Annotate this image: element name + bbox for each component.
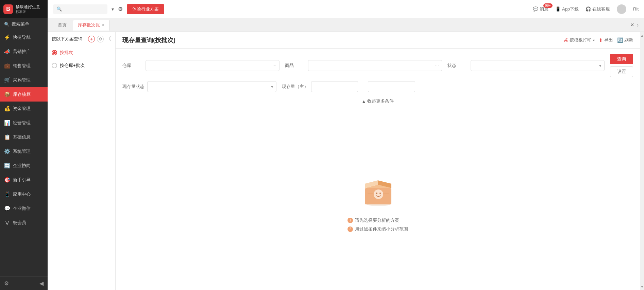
tab-close-icon[interactable]: × [102,23,104,28]
service-label: 在线客服 [592,6,610,12]
topbar-right: 💬 消息 99+ 📱 App下载 🎧 在线客服 Rit [533,4,639,14]
scroll-up-button[interactable]: ▲ [640,32,644,39]
service-icon: 🎧 [586,6,591,12]
settings-button[interactable]: 设置 [610,66,633,77]
sidebar-item-label: 企业微信 [13,205,31,212]
close-panel-icon[interactable]: × [630,21,634,29]
inventory-status-field: 现存量状态 ▾ [122,81,276,92]
app-icon: 📱 [555,6,561,12]
action-buttons: 查询 设置 [610,54,633,77]
export-icon: ⬆ [599,37,603,43]
messages-button[interactable]: 💬 消息 99+ [533,6,548,12]
version-label: 标准版 [16,10,40,14]
sidebar: B 畅康通好生意 标准版 🔍 搜索菜单 ⚡ 快捷导航 📣 营销推广 💼 销售管理… [0,0,48,290]
sidebar-header: B 畅康通好生意 标准版 [0,0,48,18]
scheme-item-by-batch[interactable]: 按批次 [48,46,115,59]
product-input[interactable]: ··· [308,60,442,71]
quick-nav-icon: ⚡ [4,34,10,40]
print-icon: 🖨 [563,37,568,43]
sidebar-item-operations[interactable]: 📊 经营管理 [0,116,48,130]
sidebar-search[interactable]: 🔍 搜索菜单 [0,18,48,30]
tab-home[interactable]: 首页 [53,20,71,31]
topbar-gear-icon[interactable]: ⚙ [118,6,123,12]
product-more-icon[interactable]: ··· [435,63,439,68]
inventory-qty-to[interactable] [368,81,415,92]
filter-row-2: 现存量状态 ▾ 现存量（主） — [122,81,633,92]
sidebar-item-label: 采购管理 [13,77,31,83]
export-button[interactable]: ⬆ 导出 [599,37,613,43]
right-scrollbar: ▲ ▼ [640,32,644,290]
sidebar-item-inventory[interactable]: 📦 库存核算 [0,87,48,102]
tip-number-2: 2 [348,226,353,232]
sidebar-item-purchase[interactable]: 🛒 采购管理 [0,73,48,87]
empty-tips: 1 请先选择要分析的方案 2 用过滤条件来缩小分析范围 [348,216,408,234]
qty-dash: — [358,84,368,89]
username-label[interactable]: Rit [633,6,639,12]
more-icon[interactable]: › [637,22,639,28]
scheme-collapse-icon[interactable]: 《 [106,35,111,42]
status-select[interactable]: ▾ [471,60,605,71]
inventory-qty-label: 现存量（主） [282,84,308,90]
empty-tip-1: 1 请先选择要分析的方案 [348,216,408,225]
collapse-sidebar-icon[interactable]: ◀ [39,280,44,287]
page-title: 现存量查询(按批次) [122,36,175,44]
empty-tip-2: 2 用过滤条件来缩小分析范围 [348,225,408,234]
status-dropdown-icon: ▾ [599,63,601,68]
filter-row-1: 仓库 ··· 商品 ··· [122,54,633,77]
search-label: 搜索菜单 [12,21,29,27]
tab-inventory-batch[interactable]: 库存批次账 × [73,20,109,31]
query-button[interactable]: 查询 [610,54,633,64]
print-dropdown-icon: ▾ [593,38,595,42]
sidebar-item-system[interactable]: ⚙️ 系统管理 [0,144,48,159]
sidebar-item-quick-nav[interactable]: ⚡ 快捷导航 [0,30,48,44]
sidebar-item-label: 营销推广 [13,49,31,55]
warehouse-input[interactable]: ··· [146,60,279,71]
topbar-dropdown[interactable]: ▾ [112,6,114,12]
empty-illustration [357,168,398,209]
svg-point-2 [374,189,383,199]
sidebar-item-app-center[interactable]: 📱 应用中心 [0,187,48,201]
settings-icon[interactable]: ⚙ [4,280,9,287]
sidebar-item-label: 畅会员 [13,220,26,226]
sidebar-item-label: 经营管理 [13,120,31,126]
scheme-item-by-warehouse-batch[interactable]: 按仓库+批次 [48,59,115,72]
sidebar-item-sales[interactable]: 💼 销售管理 [0,59,48,73]
app-download-button[interactable]: 📱 App下载 [555,6,579,12]
sidebar-item-new-guide[interactable]: 🎯 新手引导 [0,173,48,187]
sidebar-item-member[interactable]: V 畅会员 [0,216,48,230]
status-label: 状态 [447,62,468,69]
warehouse-more-icon[interactable]: ··· [272,63,276,68]
add-scheme-button[interactable]: + [88,36,95,42]
print-button[interactable]: 🖨 按模板打印 ▾ [563,37,595,43]
topbar-search-icon: 🔍 [56,6,62,12]
sidebar-item-wechat[interactable]: 💬 企业微信 [0,201,48,216]
collapse-more-button[interactable]: ▲ 收起更多条件 [122,96,633,106]
export-label: 导出 [604,37,613,43]
sidebar-item-label: 资金管理 [13,106,31,112]
sidebar-item-finance[interactable]: 💰 资金管理 [0,102,48,116]
company-name: 畅康通好生意 [16,4,40,10]
sidebar-item-base-info[interactable]: 📋 基础信息 [0,130,48,144]
tab-inventory-batch-label: 库存批次账 [78,22,100,28]
purchase-icon: 🛒 [4,77,10,83]
tip-text-2: 用过滤条件来缩小分析范围 [355,225,408,234]
scroll-down-button[interactable]: ▼ [640,283,644,290]
svg-point-3 [376,193,377,194]
refresh-label: 刷新 [624,37,633,43]
scheme-settings-button[interactable]: ⚙ [97,36,104,42]
user-avatar[interactable] [617,4,626,14]
refresh-button[interactable]: 🔄 刷新 [617,37,633,43]
inventory-qty-from[interactable] [311,81,358,92]
customer-service-button[interactable]: 🎧 在线客服 [586,6,610,12]
collapse-up-icon: ▲ [362,99,366,104]
topbar: 🔍 ▾ ⚙ 体验行业方案 💬 消息 99+ 📱 App下载 🎧 在线客服 Rit [48,0,644,18]
inventory-status-select[interactable]: ▾ [147,81,276,92]
member-icon: V [4,220,10,226]
inventory-qty-field: 现存量（主） — [282,81,436,92]
topbar-search[interactable]: 🔍 [53,4,107,14]
scheme-panel-header: 按以下方案查询 + ⚙ 《 [48,32,115,46]
sidebar-item-enterprise[interactable]: 🔄 企业协同 [0,159,48,173]
sidebar-item-marketing[interactable]: 📣 营销推广 [0,44,48,59]
trial-button[interactable]: 体验行业方案 [127,4,164,14]
message-icon: 💬 [533,6,538,12]
